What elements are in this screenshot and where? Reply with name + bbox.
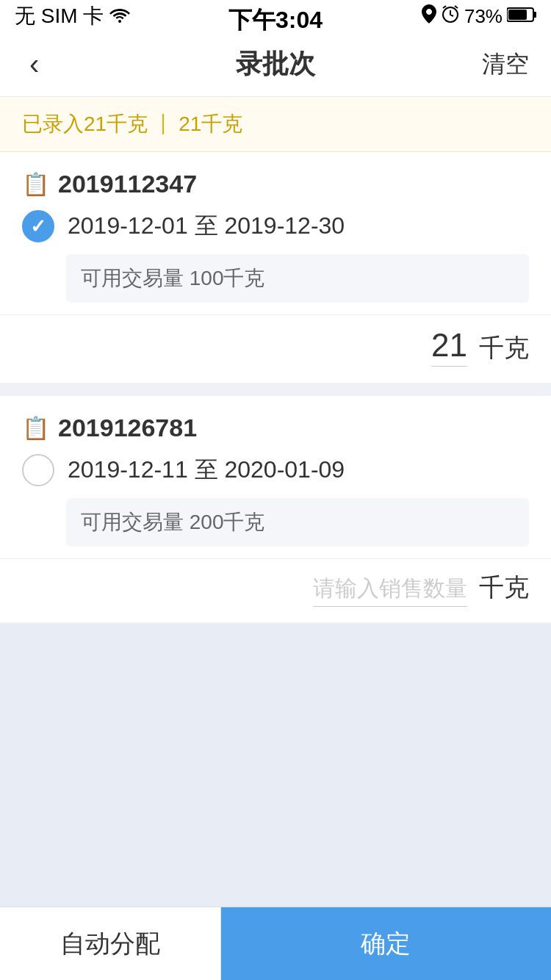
batch1-id: 2019112347 [58, 170, 197, 198]
batch1-radio[interactable]: ✓ [22, 210, 54, 242]
batch1-icon: 📋 [22, 171, 49, 197]
batch1-qty-display: 21 千克 [431, 327, 529, 365]
batch2-unit: 千克 [479, 571, 529, 605]
banner-divider [162, 114, 164, 134]
info-banner: 已录入21千克 21千克 [0, 97, 551, 152]
batch2-placeholder: 请输入销售数量 [313, 574, 467, 604]
svg-rect-2 [533, 12, 536, 18]
batch1-quantity: 21 [431, 327, 467, 364]
auto-distribute-label: 自动分配 [60, 927, 160, 961]
auto-distribute-button[interactable]: 自动分配 [0, 907, 221, 980]
nav-bar: ‹ 录批次 清空 [0, 32, 551, 97]
batch1-date: 2019-12-01 至 2019-12-30 [68, 210, 345, 242]
empty-area [0, 624, 551, 947]
confirm-label: 确定 [361, 927, 411, 961]
battery-text: 73% [464, 5, 503, 28]
batch2-radio[interactable] [22, 454, 54, 486]
status-bar: 无 SIM 卡 下午3:04 73% [0, 0, 551, 32]
alarm-icon [441, 4, 460, 29]
confirm-button[interactable]: 确定 [221, 907, 551, 980]
clear-button[interactable]: 清空 [482, 48, 529, 81]
batch1-header: 📋 2019112347 [0, 152, 551, 204]
wifi-icon [109, 4, 130, 28]
batch2-id: 2019126781 [58, 414, 197, 442]
batch1-checkmark: ✓ [30, 215, 46, 238]
batch2-qty-display: 请输入销售数量 千克 [313, 571, 529, 605]
batch2-date: 2019-12-11 至 2020-01-09 [68, 454, 345, 486]
batch2-icon: 📋 [22, 415, 49, 441]
batch2-date-row[interactable]: 2019-12-11 至 2020-01-09 [0, 448, 551, 492]
page-title: 录批次 [236, 46, 315, 82]
batch-card-1: 📋 2019112347 ✓ 2019-12-01 至 2019-12-30 可… [0, 152, 551, 383]
status-right: 73% [422, 4, 536, 29]
battery-icon [507, 5, 536, 28]
batch1-available: 可用交易量 100千克 [66, 254, 529, 303]
batch1-qty-row: 21 千克 [0, 314, 551, 383]
back-button[interactable]: ‹ [22, 40, 46, 88]
status-time: 下午3:04 [228, 4, 323, 37]
carrier-text: 无 SIM 卡 [15, 2, 104, 30]
batch2-available: 可用交易量 200千克 [66, 498, 529, 547]
location-icon [422, 4, 436, 29]
batch2-input-wrapper[interactable]: 请输入销售数量 [313, 574, 467, 604]
batch-card-2: 📋 2019126781 2019-12-11 至 2020-01-09 可用交… [0, 396, 551, 622]
batch1-input-wrapper[interactable]: 21 [431, 327, 467, 364]
batch2-qty-row: 请输入销售数量 千克 [0, 558, 551, 622]
batch2-header: 📋 2019126781 [0, 396, 551, 448]
bottom-bar: 自动分配 确定 [0, 907, 551, 980]
batch1-date-row[interactable]: ✓ 2019-12-01 至 2019-12-30 [0, 204, 551, 248]
batch1-unit: 千克 [479, 331, 529, 365]
banner-value: 21千克 [179, 110, 242, 138]
svg-rect-3 [508, 10, 527, 20]
recorded-label: 已录入21千克 [22, 110, 148, 138]
section-divider [0, 384, 551, 396]
status-left: 无 SIM 卡 [15, 2, 130, 30]
